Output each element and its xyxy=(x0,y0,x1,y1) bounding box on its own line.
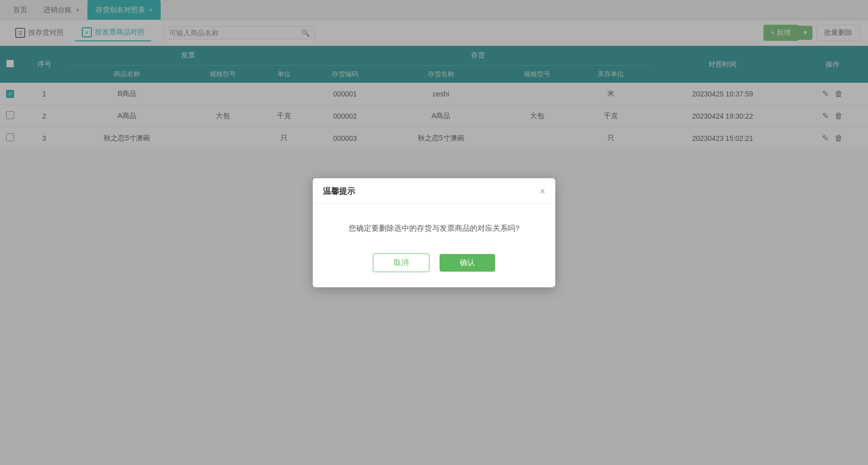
dialog-overlay: 温馨提示 × 您确定要删除选中的存货与发票商品的对应关系吗? 取消 确认 xyxy=(0,0,868,149)
